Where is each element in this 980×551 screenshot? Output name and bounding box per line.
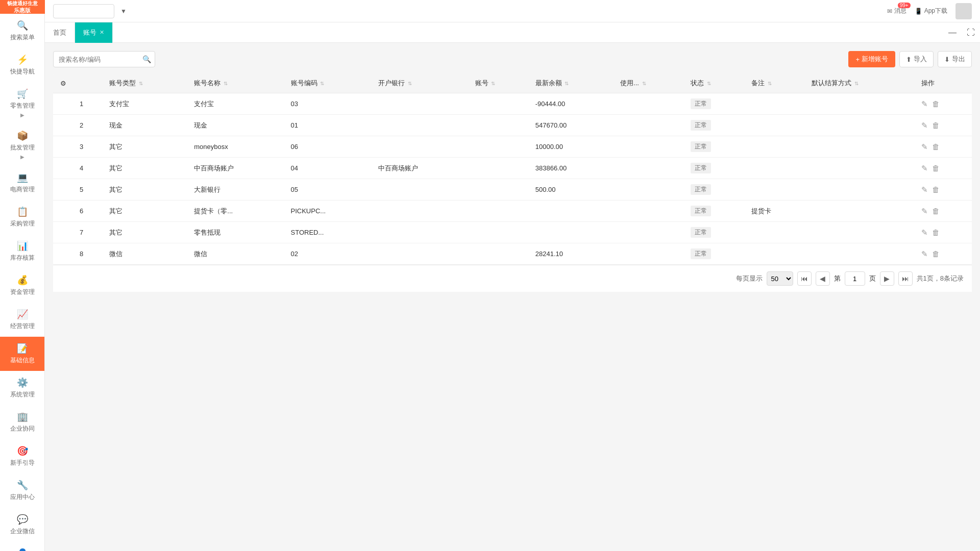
col-bank[interactable]: 开户银行 ⇅	[372, 73, 469, 93]
header-search-input[interactable]	[53, 4, 114, 18]
wechat-icon: 💬	[17, 514, 28, 525]
cell-account	[469, 222, 529, 243]
first-page-btn[interactable]: ⏮	[797, 271, 812, 286]
tab-maximize-btn[interactable]: ⛶	[962, 22, 980, 43]
cell-no: 6	[74, 201, 103, 222]
wholesale-icon: 📦	[17, 130, 28, 141]
edit-btn[interactable]: ✎	[921, 142, 928, 152]
edit-btn[interactable]: ✎	[921, 228, 928, 237]
last-page-btn[interactable]: ⏭	[898, 271, 913, 286]
cell-actions: ✎ 🗑	[915, 222, 972, 243]
tab-home[interactable]: 首页	[45, 22, 75, 43]
cell-balance	[529, 222, 614, 243]
col-default-settle[interactable]: 默认结算方式 ⇅	[805, 73, 915, 93]
import-label: 导入	[914, 55, 927, 64]
cell-balance: 10000.00	[529, 136, 614, 158]
header-dropdown[interactable]: ▼	[120, 8, 127, 15]
cell-remark	[745, 222, 805, 243]
page-number-input[interactable]	[845, 271, 865, 286]
sidebar-item-app-center[interactable]: 🔧 应用中心	[0, 473, 44, 508]
cell-actions: ✎ 🗑	[915, 136, 972, 158]
download-icon: 📱	[915, 8, 922, 15]
sidebar-item-label: 快捷导航	[10, 67, 35, 76]
delete-btn[interactable]: 🗑	[932, 99, 940, 109]
search-button[interactable]: 🔍	[142, 55, 151, 63]
export-button[interactable]: ⬇ 导出	[938, 51, 972, 67]
cell-checkbox	[53, 115, 74, 136]
sidebar-item-retail[interactable]: 🛒 零售管理 ▶	[0, 82, 44, 124]
search-input[interactable]	[53, 51, 155, 67]
sidebar-item-wechat[interactable]: 💬 企业微信	[0, 508, 44, 542]
delete-btn[interactable]: 🗑	[932, 228, 940, 237]
delete-btn[interactable]: 🗑	[932, 121, 940, 130]
cell-status: 正常	[684, 115, 745, 136]
sidebar-item-label: 新手引导	[10, 459, 35, 467]
col-code[interactable]: 账号编码 ⇅	[285, 73, 373, 93]
toolbar-left: 🔍	[53, 51, 155, 67]
sidebar-item-basic-info[interactable]: 📝 基础信息	[0, 337, 44, 371]
tab-minimize-btn[interactable]: —	[943, 22, 962, 43]
col-remark[interactable]: 备注 ⇅	[745, 73, 805, 93]
cell-actions: ✎ 🗑	[915, 179, 972, 201]
page-label: 第	[834, 274, 841, 283]
user-avatar[interactable]	[955, 3, 972, 19]
cell-name: 中百商场账户	[188, 158, 284, 179]
cell-name: 提货卡（零...	[188, 201, 284, 222]
sidebar-item-search-menu[interactable]: 🔍 搜索菜单	[0, 14, 44, 48]
sidebar-item-member[interactable]: 👤 畅会员	[0, 542, 44, 551]
edit-btn[interactable]: ✎	[921, 249, 928, 259]
cell-bank	[372, 179, 469, 201]
edit-btn[interactable]: ✎	[921, 164, 928, 173]
cell-no: 3	[74, 136, 103, 158]
messages-btn[interactable]: ✉ 消息 99+	[887, 7, 906, 15]
delete-btn[interactable]: 🗑	[932, 185, 940, 194]
cell-bank: 中百商场账户	[372, 158, 469, 179]
col-status[interactable]: 状态 ⇅	[684, 73, 745, 93]
col-balance[interactable]: 最新余额 ⇅	[529, 73, 614, 93]
page-size-select[interactable]: 50 100 200	[767, 271, 793, 286]
cell-code: 03	[285, 93, 373, 115]
tab-account[interactable]: 账号 ✕	[75, 22, 113, 43]
sidebar-item-guide[interactable]: 🎯 新手引导	[0, 439, 44, 473]
delete-btn[interactable]: 🗑	[932, 249, 940, 259]
sidebar-item-ecommerce[interactable]: 💻 电商管理	[0, 166, 44, 200]
delete-btn[interactable]: 🗑	[932, 142, 940, 152]
sidebar-item-system[interactable]: ⚙️ 系统管理	[0, 371, 44, 405]
cell-default-settle	[805, 136, 915, 158]
sidebar-item-label: 系统管理	[10, 390, 35, 399]
sidebar-item-operations[interactable]: 📈 经营管理	[0, 303, 44, 337]
next-page-btn[interactable]: ▶	[880, 271, 894, 286]
col-account[interactable]: 账号 ⇅	[469, 73, 529, 93]
sidebar-item-quick-nav[interactable]: ⚡ 快捷导航	[0, 48, 44, 82]
sidebar-item-label: 经营管理	[10, 322, 35, 331]
sidebar-item-finance[interactable]: 💰 资金管理	[0, 268, 44, 303]
export-icon: ⬇	[944, 56, 950, 63]
cell-usage	[614, 201, 684, 222]
cell-default-settle	[805, 201, 915, 222]
app-logo: 畅捷通好生意 乐惠版	[0, 0, 45, 14]
cell-account	[469, 136, 529, 158]
edit-btn[interactable]: ✎	[921, 99, 928, 109]
cell-remark	[745, 115, 805, 136]
sidebar-item-enterprise[interactable]: 🏢 企业协同	[0, 405, 44, 439]
delete-btn[interactable]: 🗑	[932, 207, 940, 216]
app-download-btn[interactable]: 📱 App下载	[915, 7, 947, 15]
add-account-button[interactable]: + 新增账号	[848, 51, 895, 67]
cell-usage	[614, 179, 684, 201]
sidebar-item-inventory[interactable]: 📊 库存核算	[0, 234, 44, 268]
sidebar-item-purchase[interactable]: 📋 采购管理	[0, 200, 44, 234]
import-button[interactable]: ⬆ 导入	[899, 51, 934, 67]
col-settings[interactable]: ⚙	[53, 73, 74, 93]
edit-btn[interactable]: ✎	[921, 207, 928, 216]
cell-status: 正常	[684, 222, 745, 243]
sidebar-item-wholesale[interactable]: 📦 批发管理 ▶	[0, 124, 44, 166]
tab-close-icon[interactable]: ✕	[100, 29, 104, 36]
delete-btn[interactable]: 🗑	[932, 164, 940, 173]
col-type[interactable]: 账号类型 ⇅	[103, 73, 188, 93]
chevron-right-icon: ▶	[20, 112, 24, 118]
col-usage[interactable]: 使用... ⇅	[614, 73, 684, 93]
edit-btn[interactable]: ✎	[921, 185, 928, 194]
edit-btn[interactable]: ✎	[921, 121, 928, 130]
col-name[interactable]: 账号名称 ⇅	[188, 73, 284, 93]
prev-page-btn[interactable]: ◀	[816, 271, 830, 286]
